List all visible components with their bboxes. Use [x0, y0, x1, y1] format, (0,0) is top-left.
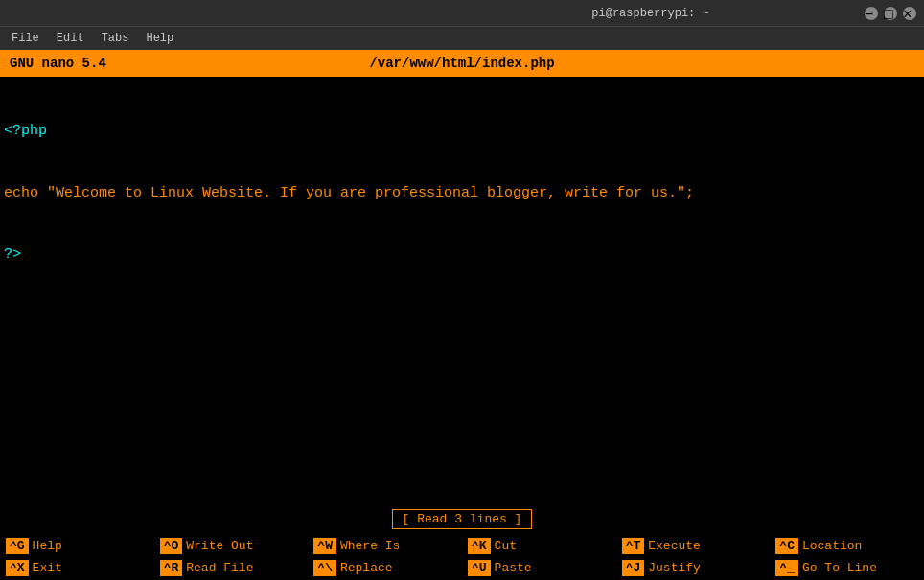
shortcut-key-exit: ^X: [6, 560, 29, 576]
shortcut-label-gotoline: Go To Line: [802, 561, 877, 575]
editor-line-3: ?>: [4, 244, 920, 267]
shortcut-location[interactable]: ^C Location: [770, 536, 924, 556]
title-bar-text: pi@raspberrypi: ~: [436, 7, 865, 20]
shortcut-whereis[interactable]: ^W Where Is: [308, 536, 462, 556]
shortcut-gotoline[interactable]: ^_ Go To Line: [770, 558, 924, 578]
shortcut-label-whereis: Where Is: [340, 539, 400, 553]
shortcut-writeout[interactable]: ^O Write Out: [154, 536, 309, 556]
shortcut-key-execute: ^T: [622, 538, 645, 554]
shortcut-key-writeout: ^O: [160, 538, 183, 554]
menu-help[interactable]: Help: [138, 30, 181, 47]
shortcut-label-help: Help: [33, 539, 62, 553]
shortcut-justify[interactable]: ^J Justify: [616, 558, 771, 578]
shortcut-label-readfile: Read File: [186, 561, 253, 575]
shortcut-cut[interactable]: ^K Cut: [462, 536, 616, 556]
nano-header: GNU nano 5.4 /var/www/html/index.php: [0, 50, 924, 77]
shortcut-label-justify: Justify: [648, 561, 701, 575]
menu-file[interactable]: File: [4, 30, 47, 47]
shortcut-key-help: ^G: [6, 538, 29, 554]
shortcut-label-execute: Execute: [648, 539, 701, 553]
editor-area[interactable]: <?php echo "Welcome to Linux Website. If…: [0, 77, 924, 505]
nano-filename: /var/www/html/index.php: [236, 56, 688, 71]
shortcut-label-writeout: Write Out: [186, 539, 253, 553]
menu-edit[interactable]: Edit: [49, 30, 92, 47]
shortcut-key-cut: ^K: [468, 538, 491, 554]
menu-bar: File Edit Tabs Help: [0, 27, 924, 50]
shortcut-label-paste: Paste: [495, 561, 532, 575]
title-bar: pi@raspberrypi: ~ − □ ×: [0, 0, 924, 27]
close-button[interactable]: ×: [903, 7, 916, 20]
shortcut-grid: ^G Help ^O Write Out ^W Where Is ^K Cut …: [0, 536, 924, 578]
shortcut-label-exit: Exit: [33, 561, 62, 575]
shortcut-key-paste: ^U: [468, 560, 491, 576]
menu-tabs[interactable]: Tabs: [94, 30, 137, 47]
shortcut-label-location: Location: [802, 539, 862, 553]
shortcut-paste[interactable]: ^U Paste: [462, 558, 616, 578]
shortcut-replace[interactable]: ^\ Replace: [308, 558, 462, 578]
shortcut-readfile[interactable]: ^R Read File: [154, 558, 309, 578]
shortcut-label-replace: Replace: [340, 561, 393, 575]
shortcut-help[interactable]: ^G Help: [0, 536, 154, 556]
shortcut-key-readfile: ^R: [160, 560, 183, 576]
shortcut-key-location: ^C: [775, 538, 798, 554]
minimize-button[interactable]: −: [865, 7, 878, 20]
maximize-button[interactable]: □: [884, 7, 897, 20]
status-bar: [ Read 3 lines ]: [0, 505, 924, 532]
status-message: [ Read 3 lines ]: [392, 509, 533, 529]
shortcut-section: ^G Help ^O Write Out ^W Where Is ^K Cut …: [0, 532, 924, 580]
editor-line-1: <?php: [4, 121, 920, 143]
nano-version: GNU nano 5.4: [10, 56, 236, 71]
shortcut-key-whereis: ^W: [313, 538, 336, 554]
title-bar-buttons: − □ ×: [865, 7, 916, 20]
editor-line-2: echo "Welcome to Linux Website. If you a…: [4, 183, 920, 205]
shortcut-execute[interactable]: ^T Execute: [616, 536, 771, 556]
shortcut-key-gotoline: ^_: [775, 560, 798, 576]
shortcut-key-replace: ^\: [313, 560, 336, 576]
editor-content[interactable]: <?php echo "Welcome to Linux Website. If…: [0, 77, 924, 311]
shortcut-key-justify: ^J: [622, 560, 645, 576]
shortcut-label-cut: Cut: [495, 539, 517, 553]
app-container: pi@raspberrypi: ~ − □ × File Edit Tabs H…: [0, 0, 924, 580]
shortcut-exit[interactable]: ^X Exit: [0, 558, 154, 578]
